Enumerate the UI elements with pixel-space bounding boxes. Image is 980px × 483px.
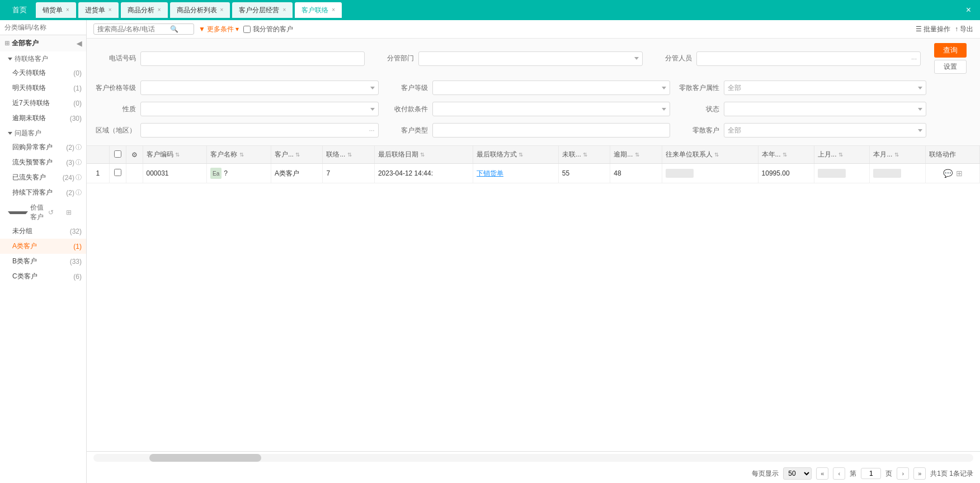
th-this-year[interactable]: 本年... ⇅ (758, 146, 814, 164)
th-company-contact[interactable]: 往来单位联系人 ⇅ (662, 146, 758, 164)
triangle-down-icon-2 (8, 132, 12, 135)
filter-input-region[interactable]: ··· (140, 123, 379, 138)
page-label: 第 (850, 469, 856, 479)
tab-close-purchase[interactable]: × (109, 2, 112, 18)
this-month-placeholder (873, 169, 901, 178)
sidebar-search-input[interactable] (4, 23, 87, 31)
settings-button[interactable]: 设置 (934, 60, 967, 74)
page-number-input[interactable] (861, 468, 881, 479)
th-last-contact-method[interactable]: 最后联络方式 ⇅ (473, 146, 559, 164)
filter-cell-customer-type: 客户类型 (388, 123, 680, 138)
sidebar-item-repurchase-abnormal[interactable]: 回购异常客户 (2) ⓘ (0, 140, 86, 155)
select-all-checkbox[interactable] (114, 150, 121, 158)
sidebar-item-class-a[interactable]: A类客户 (1) (0, 239, 86, 254)
sidebar-item-churned[interactable]: 已流失客户 (24) ⓘ (0, 170, 86, 185)
filter-input-retail-attr[interactable]: 全部 (724, 80, 926, 95)
tab-close-customer-contact[interactable]: × (332, 2, 335, 18)
triangle-down-icon-3 (8, 211, 28, 214)
td-customer-code: 000031 (143, 164, 207, 183)
sidebar-item-unclassified[interactable]: 未分组 (32) (0, 224, 86, 239)
page-size-select[interactable]: 50 100 200 (783, 467, 812, 480)
th-customer-code[interactable]: 客户编码 ⇅ (143, 146, 207, 164)
filter-search-icon[interactable]: 🔍 (170, 25, 178, 33)
filter-input-customer-level[interactable] (432, 80, 671, 95)
sort-icon-5: ⇅ (420, 151, 425, 158)
th-contact[interactable]: 联络... ⇅ (323, 146, 375, 164)
prev-page-btn[interactable]: ‹ (833, 467, 845, 480)
nav-tab-analysis[interactable]: 商品分析 × (121, 2, 168, 18)
sidebar-item-today-pending[interactable]: 今天待联络 (0) (0, 65, 86, 80)
sidebar-item-declining[interactable]: 持续下滑客户 (2) ⓘ (0, 185, 86, 200)
nav-tab-customer-segment[interactable]: 客户分层经营 × (232, 2, 293, 18)
filter-input-dept[interactable] (418, 51, 643, 66)
query-button[interactable]: 查询 (934, 43, 967, 58)
export-btn[interactable]: ↑ 导出 (955, 25, 973, 34)
my-customers-checkbox[interactable] (243, 26, 251, 33)
td-customer-name: Ea ? (207, 164, 271, 183)
tab-close-analysis-list[interactable]: × (220, 2, 224, 18)
customer-table-area: ⚙ 客户编码 ⇅ 客户名称 ⇅ 客户... ⇅ (87, 146, 980, 451)
th-gear[interactable]: ⚙ (126, 146, 143, 164)
td-contact: 7 (323, 164, 375, 183)
filter-row-1: 电话号码 分管部门 (96, 43, 971, 74)
sidebar-item-class-c[interactable]: C类客户 (6) (0, 269, 86, 284)
my-customers-filter[interactable]: 我分管的客户 (243, 25, 293, 34)
sidebar-item-7days-pending[interactable]: 近7天待联络 (0) (0, 96, 86, 111)
filter-input-phone[interactable] (140, 51, 365, 66)
filter-cell-retail: 零散客户 全部 (679, 123, 971, 138)
batch-icon: ☰ (916, 25, 922, 33)
sidebar-item-churn-warning[interactable]: 流失预警客户 (3) ⓘ (0, 155, 86, 170)
th-last-month[interactable]: 上月... ⇅ (814, 146, 870, 164)
nav-tab-analysis-list[interactable]: 商品分析列表 × (170, 2, 230, 18)
sidebar-item-tomorrow-pending[interactable]: 明天待联络 (1) (0, 80, 86, 96)
filter-input-retail[interactable]: 全部 (724, 123, 926, 138)
nav-home[interactable]: 首页 (4, 0, 35, 20)
filter-label-retail: 零散客户 (679, 126, 724, 135)
nav-tab-customer-contact[interactable]: 客户联络 × (295, 2, 342, 18)
sidebar-collapse-btn[interactable]: ◀ (77, 40, 82, 48)
action-icons: 💬 ⊞ (929, 169, 976, 178)
last-page-btn[interactable]: » (913, 467, 926, 480)
filter-input-nature[interactable] (140, 102, 379, 116)
content-area: 🔍 ▼ 更多条件 ▾ 我分管的客户 ☰ 批量操作 ↑ 导出 (87, 20, 980, 483)
filter-input-person[interactable]: ··· (696, 51, 921, 66)
filter-label-customer-type: 客户类型 (388, 126, 432, 135)
filter-label-price-level: 客户价格等级 (96, 83, 140, 93)
horizontal-scrollbar[interactable] (93, 454, 973, 462)
th-no-contact[interactable]: 未联... ⇅ (558, 146, 610, 164)
th-overdue[interactable]: 逾期... ⇅ (610, 146, 662, 164)
nav-tab-purchase[interactable]: 进货单 × (78, 2, 119, 18)
sidebar-item-class-b[interactable]: B类客户 (33) (0, 254, 86, 269)
contact-method-link[interactable]: 下销货单 (477, 169, 503, 177)
sidebar-item-overdue-pending[interactable]: 逾期未联络 (30) (0, 111, 86, 126)
refresh-icon[interactable]: ↺ (48, 209, 64, 216)
th-checkbox (109, 146, 126, 164)
more-conditions-btn[interactable]: ▼ 更多条件 ▾ (199, 25, 239, 34)
tab-close-analysis[interactable]: × (158, 2, 161, 18)
filter-input-price-level[interactable] (140, 80, 379, 95)
filter-input-status[interactable] (724, 102, 926, 116)
add-group-icon[interactable]: ⊞ (66, 209, 82, 216)
row-checkbox[interactable] (114, 169, 121, 176)
next-page-btn[interactable]: › (897, 467, 909, 480)
info-icon-3: ⓘ (76, 188, 82, 197)
sidebar-search-box: 🔍 (0, 20, 86, 35)
tab-close-sales[interactable]: × (66, 2, 69, 18)
filter-input-payment[interactable] (432, 102, 671, 116)
chat-icon[interactable]: 💬 (943, 169, 953, 178)
qr-icon[interactable]: ⊞ (956, 169, 963, 178)
sidebar-all-customers[interactable]: ⊞ 全部客户 ◀ (0, 35, 86, 51)
th-last-contact-date[interactable]: 最后联络日期 ⇅ (374, 146, 473, 164)
filter-input-customer-type[interactable] (432, 123, 671, 138)
nav-tab-sales[interactable]: 销货单 × (36, 2, 76, 18)
first-page-btn[interactable]: « (816, 467, 828, 480)
th-customer-type[interactable]: 客户... ⇅ (271, 146, 323, 164)
close-all-btn[interactable]: × (962, 5, 976, 15)
td-last-contact-date: 2023-04-12 14:44: (374, 164, 473, 183)
pagination-bar: 每页显示 50 100 200 « ‹ 第 页 › » 共1页 1条记录 (87, 464, 980, 483)
tab-close-customer-segment[interactable]: × (282, 2, 286, 18)
filter-search-input[interactable] (97, 25, 170, 33)
th-this-month[interactable]: 本月... ⇅ (870, 146, 926, 164)
th-customer-name[interactable]: 客户名称 ⇅ (207, 146, 271, 164)
batch-operations-btn[interactable]: ☰ 批量操作 (916, 25, 950, 34)
